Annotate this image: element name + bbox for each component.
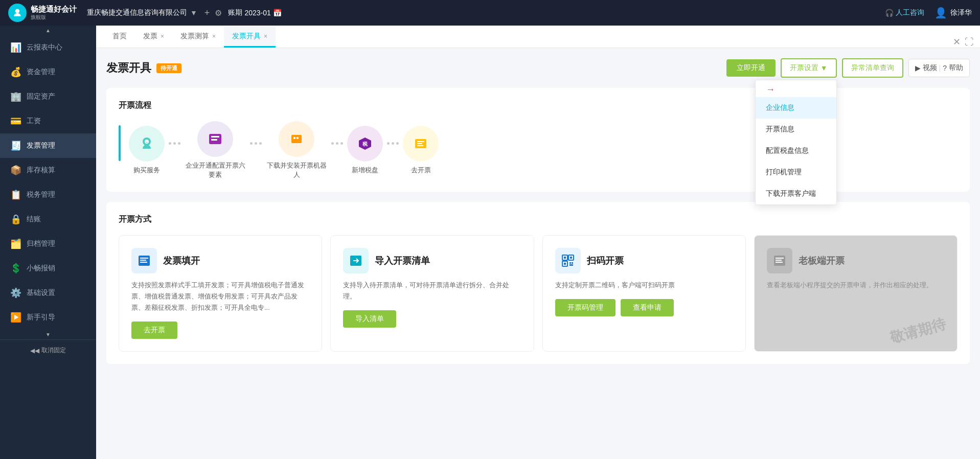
add-company-icon[interactable]: + [204,8,210,18]
consulting-label: 人工咨询 [896,8,924,17]
sidebar-item-guidang[interactable]: 🗂️ 归档管理 [0,232,96,256]
jichushezhi-icon: ⚙️ [10,287,21,299]
method-icon-saoma [555,248,581,273]
svg-rect-34 [776,262,783,263]
company-name: 重庆畅捷交通信息咨询有限公司 [87,8,187,17]
step3-label: 下载并安装开票机器人 [266,161,327,179]
sidebar-label-xinshouyindao: 新手引导 [27,313,55,322]
play-icon: ▶ [915,64,921,72]
step3-icon [279,121,314,157]
maximize-icon[interactable]: ⛶ [965,37,974,48]
step2-icon [197,121,233,157]
jiezhang-icon: 🔒 [10,214,21,225]
sidebar-label-kucun: 库存核算 [27,166,55,175]
dropdown-dayinji-label: 打印机管理 [766,168,802,177]
page-title-area: 发票开具 待开通 [106,60,181,76]
dropdown-item-dayinji[interactable]: 打印机管理 [756,162,836,183]
method-title-tiankai: 发票填开 [163,255,200,267]
flow-step-2: 企业开通配置开票六要素 [185,121,246,179]
sidebar-item-gudingzichan[interactable]: 🏢 固定资产 [0,84,96,109]
sidebar-collapse-button[interactable]: ◀◀ 取消固定 [0,339,96,361]
method-desc-tiankai: 支持按照发票样式手工填开发票；可开具增值税电子普通发票、增值税普通发票、增值税专… [131,280,309,313]
qrcode-manage-button[interactable]: 开票码管理 [555,299,616,316]
step4-icon: 税+ [347,126,383,162]
settings-button[interactable]: 开票设置 ▼ [781,58,837,78]
page-header: 发票开具 待开通 立即开通 开票设置 ▼ 异常清单查询 ▶ 视频 [106,58,970,78]
tab-cesuan-close[interactable]: × [212,33,216,40]
user-area[interactable]: 👤 徐泽华 [935,7,972,19]
tab-fapiao[interactable]: 发票 × [135,27,172,48]
tab-kaiju-close[interactable]: × [264,33,267,40]
tab-fapiao-cesuan[interactable]: 发票测算 × [172,27,224,48]
sidebar-label-xiaochangbaoxiao: 小畅报销 [27,264,55,273]
help-label: 帮助 [949,63,963,73]
method-icon-tiankai [131,248,157,273]
dropdown-item-peizhi[interactable]: 配置税盘信息 [756,140,836,162]
user-name: 徐泽华 [950,8,972,17]
dropdown-item-kaipiao[interactable]: 开票信息 [756,119,836,140]
gongzi-icon: 💳 [10,116,21,127]
sidebar-scroll-up[interactable]: ▲ [0,26,96,35]
sidebar-item-kucun[interactable]: 📦 库存核算 [0,158,96,182]
tab-fapiao-kaiju[interactable]: 发票开具 × [224,27,276,48]
company-dropdown-icon[interactable]: ▼ [190,9,197,17]
sidebar-item-yunbaobiao[interactable]: 📊 云报表中心 [0,35,96,60]
dropdown-kaipiao-label: 开票信息 [766,125,794,134]
method-card-tiankai: 发票填开 支持按照发票样式手工填开发票；可开具增值税电子普通发票、增值税普通发票… [119,235,322,352]
logo-area: 畅捷通好会计 旗舰版 [8,4,77,22]
sidebar-item-shuiwu[interactable]: 📋 税务管理 [0,182,96,207]
pending-badge: 待开通 [156,63,181,73]
dropdown-item-download[interactable]: 下载开票客户端 [756,183,836,204]
svg-rect-19 [140,260,146,261]
sidebar-item-jichushezhi[interactable]: ⚙️ 基础设置 [0,281,96,305]
xinshouyindao-icon: ▶️ [10,312,21,323]
sidebar-item-jiezhang[interactable]: 🔒 结账 [0,207,96,232]
logo-icon [8,4,27,22]
dropdown-item-company[interactable]: 企业信息 [756,97,836,119]
yunbaobiao-icon: 📊 [10,42,21,53]
sidebar-label-gudingzichan: 固定资产 [27,92,55,101]
method-icon-daoru [343,248,369,273]
question-icon: ? [943,64,947,72]
tab-fapiao-label: 发票 [143,32,157,41]
svg-rect-6 [211,139,217,141]
view-apply-button[interactable]: 查看申请 [621,299,674,316]
company-area: 重庆畅捷交通信息咨询有限公司 ▼ + ⚙ [87,8,222,18]
sidebar-item-gongzi[interactable]: 💳 工资 [0,109,96,133]
fapiao-icon: 🧾 [10,140,21,151]
step4-label: 新增税盘 [352,166,378,175]
svg-rect-18 [140,258,148,259]
tab-kaiju-label: 发票开具 [232,32,261,41]
svg-rect-20 [140,262,147,263]
activate-button[interactable]: 立即开通 [726,59,776,77]
svg-rect-15 [417,143,422,144]
sidebar-item-xinshouyindao[interactable]: ▶️ 新手引导 [0,305,96,330]
sidebar-item-xiaochangbaoxiao[interactable]: 💲 小畅报销 [0,256,96,281]
abnormal-button[interactable]: 异常清单查询 [842,58,903,78]
close-all-tabs-icon[interactable]: ✕ [953,36,961,48]
logo-text-block: 畅捷通好会计 旗舰版 [31,5,77,21]
method-header-daoru: 导入开票清单 [343,248,521,273]
user-avatar-icon: 👤 [935,7,947,19]
tab-home[interactable]: 首页 [104,27,135,48]
saoma-buttons: 开票码管理 查看申请 [555,299,733,316]
methods-grid: 发票填开 支持按照发票样式手工填开发票；可开具增值税电子普通发票、增值税普通发票… [119,235,958,352]
flow-step-1: + 购买服务 [129,126,165,175]
settings-icon[interactable]: ⚙ [215,8,222,18]
sidebar-scroll-down[interactable]: ▼ [0,330,96,339]
import-list-button[interactable]: 导入清单 [343,310,396,328]
calendar-icon[interactable]: 📅 [273,9,282,17]
svg-point-0 [15,9,19,13]
sidebar-item-zijin[interactable]: 💰 资金管理 [0,60,96,84]
page-content: 发票开具 待开通 立即开通 开票设置 ▼ 异常清单查询 ▶ 视频 [96,48,980,459]
tab-fapiao-close[interactable]: × [161,33,164,40]
consulting-button[interactable]: 🎧 人工咨询 [885,8,924,17]
video-help-button[interactable]: ▶ 视频 | ? 帮助 [908,59,970,77]
top-bar: 畅捷通好会计 旗舰版 重庆畅捷交通信息咨询有限公司 ▼ + ⚙ 账期 2023-… [0,0,980,26]
tab-cesuan-label: 发票测算 [180,32,209,41]
connector-1 [165,142,185,159]
sidebar-item-fapiao[interactable]: 🧾 发票管理 [0,133,96,158]
method-title-laoban: 老板端开票 [799,255,845,267]
go-invoice-button[interactable]: 去开票 [131,322,177,339]
sidebar-label-guidang: 归档管理 [27,239,55,248]
